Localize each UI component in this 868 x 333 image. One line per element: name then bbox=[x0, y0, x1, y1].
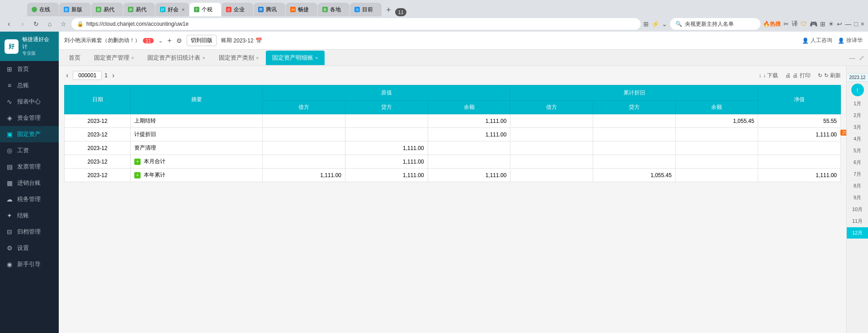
period-month-8[interactable]: 8月 bbox=[847, 180, 868, 192]
period-month-7[interactable]: 7月 bbox=[847, 169, 868, 180]
cell-net-value-1: 1,111.00 2023 bbox=[758, 128, 841, 141]
logo-icon: 好 bbox=[5, 39, 19, 54]
sidebar-item-payroll[interactable]: ◎ 工资 bbox=[0, 142, 59, 159]
tab-新版[interactable]: 新 新版 bbox=[59, 3, 91, 16]
search-bar[interactable]: 🔍 央视更新主持人名单 bbox=[670, 18, 760, 30]
sidebar-item-reports[interactable]: ∿ 报表中心 bbox=[0, 94, 59, 110]
tab-close-好会[interactable]: × bbox=[182, 7, 184, 12]
refresh-button[interactable]: ↻ bbox=[31, 19, 42, 29]
app-tab-fixed-asset-ledger[interactable]: 固定资产明细账 × bbox=[266, 51, 324, 65]
download-button[interactable]: ↓ ↓ 下载 bbox=[759, 72, 778, 80]
home-button[interactable]: ⌂ bbox=[44, 19, 55, 29]
help-button[interactable]: 👤 人工咨询 bbox=[802, 37, 832, 44]
sidebar-item-close-period[interactable]: ✦ 结账 bbox=[0, 207, 59, 224]
sidebar-item-tax-mgmt[interactable]: ☁ 税务管理 bbox=[0, 191, 59, 207]
browser-close[interactable]: × bbox=[861, 20, 864, 28]
browser-action-sun[interactable]: ☀ bbox=[828, 20, 834, 28]
cell-orig-debit-3 bbox=[263, 155, 345, 169]
app-tab-fixed-asset-mgmt[interactable]: 固定资产管理 × bbox=[88, 51, 140, 65]
lightning-button[interactable]: ⚡ bbox=[651, 20, 659, 28]
app-tab-close-fixed-asset-ledger[interactable]: × bbox=[315, 55, 318, 61]
tab-个税[interactable]: 个 个税 bbox=[189, 3, 221, 16]
browser-action-undo[interactable]: ↩ bbox=[837, 20, 842, 28]
browser-action-grid[interactable]: ⊞ bbox=[820, 20, 826, 28]
period-month-11[interactable]: 11月 bbox=[847, 216, 868, 227]
account-dropdown-icon[interactable]: ⌄ bbox=[158, 38, 163, 44]
guide-icon: ◉ bbox=[5, 261, 14, 268]
cell-net-value-4: 1,111.00 bbox=[758, 169, 841, 182]
maximize-tab-icon[interactable]: ⤢ bbox=[859, 54, 864, 61]
dropdown-button[interactable]: ⌄ bbox=[662, 20, 667, 28]
app-tab-close-fixed-asset-deprec[interactable]: × bbox=[202, 55, 205, 61]
extensions-button[interactable]: ⊞ bbox=[643, 20, 649, 28]
sidebar-item-fund-mgmt[interactable]: ◈ 资金管理 bbox=[0, 110, 59, 126]
sidebar-item-inventory[interactable]: ▦ 进销台账 bbox=[0, 175, 59, 191]
tab-好会[interactable]: 好 好会 × bbox=[156, 3, 189, 16]
switch-version-button[interactable]: 切到旧版 bbox=[187, 35, 217, 46]
cell-accum-debit-4 bbox=[510, 169, 593, 182]
tab-在线[interactable]: 在线 bbox=[27, 3, 59, 16]
sidebar-item-invoice-mgmt[interactable]: ▤ 发票管理 bbox=[0, 159, 59, 175]
browser-action-game[interactable]: 🎮 bbox=[810, 20, 817, 28]
tab-易代-1[interactable]: 易 易代 bbox=[91, 3, 123, 16]
app-tab-close-fixed-asset-mgmt[interactable]: × bbox=[131, 55, 134, 61]
period-month-9[interactable]: 9月 bbox=[847, 192, 868, 204]
cell-accum-credit-4: 1,055.45 bbox=[593, 169, 676, 182]
browser-action-scissors[interactable]: ✂ bbox=[783, 20, 789, 28]
scroll-top-button[interactable]: ↑ bbox=[851, 84, 864, 96]
page-prev-button[interactable]: ‹ bbox=[64, 70, 70, 80]
sidebar-item-guide[interactable]: ◉ 新手引导 bbox=[0, 256, 59, 272]
print-button[interactable]: 🖨 🖨 打印 bbox=[785, 72, 810, 80]
period-month-1[interactable]: 1月 bbox=[847, 98, 868, 110]
settings-mini-button[interactable]: ⚙ bbox=[176, 37, 182, 44]
app-tab-fixed-asset-deprec[interactable]: 固定资产折旧统计表 × bbox=[141, 51, 211, 65]
app-tab-fixed-asset-category[interactable]: 固定资产类别 × bbox=[212, 51, 265, 65]
forward-button[interactable]: › bbox=[17, 19, 28, 29]
refresh-ledger-button[interactable]: ↻ ↻ 刷新 bbox=[818, 72, 841, 80]
period-month-3[interactable]: 3月 bbox=[847, 122, 868, 133]
browser-maximize[interactable]: □ bbox=[854, 20, 858, 28]
sidebar-item-home[interactable]: ⊞ 首页 bbox=[0, 61, 59, 77]
period-month-6[interactable]: 6月 bbox=[847, 157, 868, 169]
sidebar-item-general-ledger[interactable]: ≡ 总账 bbox=[0, 77, 59, 94]
period-month-5[interactable]: 5月 bbox=[847, 145, 868, 157]
browser-minimize[interactable]: — bbox=[845, 20, 851, 28]
period-month-10[interactable]: 10月 bbox=[847, 204, 868, 216]
sidebar-item-archive[interactable]: ⊟ 归档管理 bbox=[0, 224, 59, 240]
back-button[interactable]: ‹ bbox=[4, 19, 14, 29]
cell-summary-1: 计提折旧 bbox=[131, 128, 263, 141]
bookmark-button[interactable]: ☆ bbox=[58, 19, 69, 29]
app-tab-label-fixed-asset-deprec: 固定资产折旧统计表 bbox=[147, 54, 200, 62]
page-next-button[interactable]: › bbox=[110, 70, 116, 80]
tab-目前[interactable]: S 目前 bbox=[350, 3, 382, 16]
tab-add-button[interactable]: + bbox=[382, 4, 395, 16]
sidebar-item-fixed-assets[interactable]: ▣ 固定资产 bbox=[0, 126, 59, 142]
favicon-易代-2: 易 bbox=[128, 7, 133, 12]
tab-各地[interactable]: 各 各地 bbox=[318, 3, 349, 16]
period-month-2[interactable]: 2月 bbox=[847, 110, 868, 122]
tab-畅捷[interactable]: M 畅捷 bbox=[286, 3, 317, 16]
tab-腾讯[interactable]: 腾 腾讯 bbox=[254, 3, 285, 16]
browser-action-translate[interactable]: 译 bbox=[792, 20, 798, 28]
address-text: https://cloud.chanjet.com/accounting/uw1… bbox=[86, 21, 189, 27]
browser-action-shield[interactable]: 🛡 bbox=[801, 20, 807, 28]
print-icon: 🖨 bbox=[785, 72, 791, 79]
app-tab-close-fixed-asset-category[interactable]: × bbox=[256, 55, 259, 61]
cell-date-1: 2023-12 bbox=[65, 128, 131, 141]
minimize-tab-icon[interactable]: — bbox=[849, 54, 855, 61]
calendar-icon[interactable]: 📅 bbox=[255, 38, 262, 44]
page-number-input[interactable] bbox=[73, 71, 102, 80]
toolbar-actions: ↓ ↓ 下载 🖨 🖨 打印 ↻ ↻ 刷新 bbox=[759, 72, 841, 80]
tab-易代-2[interactable]: 易 易代 bbox=[123, 3, 155, 16]
add-account-button[interactable]: + bbox=[167, 37, 171, 45]
address-bar[interactable]: 🔒 https://cloud.chanjet.com/accounting/u… bbox=[71, 18, 641, 30]
cell-orig-balance-3 bbox=[428, 155, 510, 169]
user-button[interactable]: 👤 徐译华 bbox=[838, 37, 863, 44]
ssl-icon: 🔒 bbox=[77, 21, 84, 27]
ledger-table: 日期 摘要 原值 累计折旧 净值 借方 贷方 余额 借方 贷方 余额 bbox=[64, 85, 841, 182]
sidebar-item-settings[interactable]: ⚙ 设置 bbox=[0, 240, 59, 256]
app-tab-home[interactable]: 首页 bbox=[62, 51, 87, 65]
period-month-4[interactable]: 4月 bbox=[847, 133, 868, 145]
tab-企业[interactable]: 企 企业 bbox=[222, 3, 253, 16]
period-month-12[interactable]: 12月 bbox=[847, 227, 868, 239]
